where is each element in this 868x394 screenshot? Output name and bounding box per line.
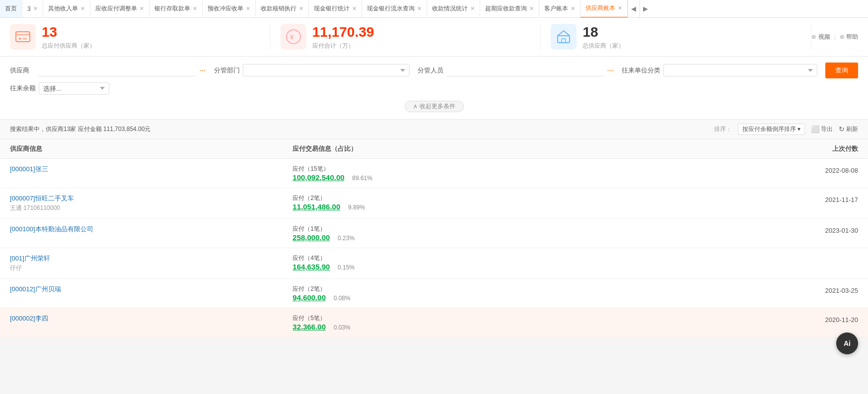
nav-tab-bank-deposit-close[interactable]: ✕ xyxy=(193,5,197,12)
filter-row-2: 往来余额 选择... xyxy=(10,82,858,95)
supplier-link[interactable]: [000007]恒旺二手叉车 xyxy=(10,195,74,202)
dept-label: 分管部门 xyxy=(214,66,240,75)
supplier-name: [000001]张三 xyxy=(10,165,292,174)
supplier-info-col: [001]广州荣轩 仔仔 xyxy=(10,254,292,272)
nav-tab-3-close[interactable]: ✕ xyxy=(33,5,38,12)
nav-tab-receipt-verify[interactable]: 收款核销执行 ✕ xyxy=(256,0,309,18)
supplier-label: 供应商 xyxy=(10,66,36,75)
person-more-icon[interactable]: ··· xyxy=(607,66,613,75)
nav-tab-receipt-stat-close[interactable]: ✕ xyxy=(470,5,475,12)
supplier-link[interactable]: [000001]张三 xyxy=(10,165,48,173)
nav-next-arrow[interactable]: ▶ xyxy=(640,0,651,18)
transaction-col: 应付（2笔） 94,600.00 0.08% xyxy=(292,285,632,302)
nav-tab-ap-adjust-close[interactable]: ✕ xyxy=(140,5,144,12)
refresh-label: 刷新 xyxy=(846,125,858,133)
last-pay-col: 2022-08-08 xyxy=(632,165,858,174)
svg-rect-5 xyxy=(558,36,570,43)
help-link[interactable]: ⊙ 帮助 xyxy=(840,33,858,41)
summary-section: 13 总应付供应商（家） ¥ 11,170.39 应付合计（万） 18 总供应商… xyxy=(0,18,868,57)
query-button[interactable]: 查询 xyxy=(825,63,858,78)
nav-tab-customer-acct-close[interactable]: ✕ xyxy=(571,5,575,12)
nav-tab-advance-chong[interactable]: 预收冲应收单 ✕ xyxy=(203,0,256,18)
refresh-button[interactable]: ↻ 刷新 xyxy=(839,125,858,133)
nav-tab-cash-bank-flow-close[interactable]: ✕ xyxy=(417,5,422,12)
summary-card-payable-suppliers: 13 总应付供应商（家） xyxy=(10,24,271,50)
table-row: [000100]本特勤油品有限公司 应付（1笔） 258,000.00 0.23… xyxy=(0,219,868,248)
nav-tab-overdue-query-label: 超期应收款查询 xyxy=(485,4,527,13)
person-input[interactable] xyxy=(446,65,604,76)
nav-tab-receipt-stat[interactable]: 收款情况统计 ✕ xyxy=(427,0,480,18)
supplier-info-col: [000002]李四 xyxy=(10,314,292,323)
nav-tab-supplier-acct-close[interactable]: ✕ xyxy=(618,5,622,11)
nav-tab-cash-bank-flow[interactable]: 现金银行流水查询 ✕ xyxy=(362,0,427,18)
supplier-input[interactable] xyxy=(39,65,196,76)
nav-tab-bank-deposit[interactable]: 银行存取款单 ✕ xyxy=(149,0,203,18)
nav-tab-cash-bank-stat-label: 现金银行统计 xyxy=(314,4,350,13)
svg-rect-0 xyxy=(16,32,30,42)
category-select[interactable] xyxy=(663,64,818,76)
results-summary-text: 搜索结果中，供应商13家 应付金额 111,703,854.00元 xyxy=(10,125,150,133)
nav-tab-ap-adjust[interactable]: 应收应付调整单 ✕ xyxy=(90,0,149,18)
dept-select[interactable] xyxy=(243,64,410,76)
supplier-link[interactable]: [000100]本特勤油品有限公司 xyxy=(10,225,93,233)
nav-tab-customer-acct[interactable]: 客户账本 ✕ xyxy=(539,0,580,18)
refresh-icon: ↻ xyxy=(839,125,845,133)
data-table: 供应商信息 应付交易信息（占比） 上次付数 [000001]张三 应付（15笔）… xyxy=(0,139,868,337)
transaction-label: 应付（1笔） xyxy=(292,225,632,233)
transaction-amount[interactable]: 164,635.90 xyxy=(292,263,330,271)
summary-amount-text: 11,170.39 应付合计（万） xyxy=(312,24,374,50)
nav-tab-overdue-query-close[interactable]: ✕ xyxy=(529,5,534,12)
nav-tab-other-income[interactable]: 其他收入单 ✕ xyxy=(43,0,90,18)
balance-select[interactable]: 选择... xyxy=(39,82,109,95)
video-link[interactable]: ⊙ 视频 xyxy=(811,33,830,41)
nav-tab-supplier-acct[interactable]: 供应商账本 ✕ xyxy=(580,0,628,18)
supplier-more-icon[interactable]: ··· xyxy=(199,66,206,75)
header-lastpay: 上次付数 xyxy=(632,144,858,153)
nav-tab-receipt-verify-close[interactable]: ✕ xyxy=(299,5,303,12)
video-label: 视频 xyxy=(818,33,830,40)
last-pay-col: 2021-03-25 xyxy=(632,285,858,294)
filter-supplier: 供应商 ··· xyxy=(10,65,206,76)
transaction-label: 应付（15笔） xyxy=(292,165,632,173)
help-label: 帮助 xyxy=(846,33,858,40)
transaction-amount[interactable]: 11,051,486.00 xyxy=(292,202,340,211)
filter-balance: 往来余额 选择... xyxy=(10,82,109,95)
transaction-amount[interactable]: 258,000.00 xyxy=(292,233,330,242)
sort-chevron-icon: ▾ xyxy=(797,126,800,132)
summary-amount-label: 应付合计（万） xyxy=(312,42,374,50)
nav-tab-cash-bank-stat[interactable]: 现金银行统计 ✕ xyxy=(309,0,362,18)
video-icon: ⊙ xyxy=(811,33,816,40)
supplier-info-col: [000100]本特勤油品有限公司 xyxy=(10,225,292,234)
supplier-link[interactable]: [000012]广州贝瑞 xyxy=(10,285,61,293)
transaction-amount[interactable]: 94,600.00 xyxy=(292,293,326,302)
transaction-pct: 0.03% xyxy=(334,324,351,331)
transaction-pct: 0.08% xyxy=(334,295,351,302)
nav-tab-other-income-close[interactable]: ✕ xyxy=(80,5,85,12)
export-button[interactable]: ⬜ 导出 xyxy=(811,125,833,133)
svg-text:¥: ¥ xyxy=(290,33,294,41)
nav-tab-3[interactable]: 3 ✕ xyxy=(22,0,43,18)
last-pay-col: 2020-11-20 xyxy=(632,314,858,324)
amount-icon: ¥ xyxy=(281,24,306,50)
supplier-info-col: [000001]张三 xyxy=(10,165,292,174)
summary-total-suppliers-label: 总供应商（家） xyxy=(582,42,624,50)
nav-tab-cash-bank-stat-close[interactable]: ✕ xyxy=(352,5,357,12)
sort-select-button[interactable]: 按应付余额倒序排序 ▾ xyxy=(738,124,805,135)
transaction-amount[interactable]: 100,092,540.00 xyxy=(292,173,344,182)
filter-section: 供应商 ··· 分管部门 分管人员 ··· 往来单位分类 查询 往来余额 选择 xyxy=(0,57,868,120)
nav-tab-home[interactable]: 首页 xyxy=(0,0,22,18)
summary-total-suppliers-text: 18 总供应商（家） xyxy=(582,24,624,50)
nav-tab-receipt-stat-label: 收款情况统计 xyxy=(432,4,468,13)
nav-tab-advance-chong-close[interactable]: ✕ xyxy=(246,5,250,12)
supplier-link[interactable]: [000002]李四 xyxy=(10,315,48,322)
filter-dept: 分管部门 xyxy=(214,64,410,76)
table-row: [000007]恒旺二手叉车 王通 17106110000 应付（2笔） 11,… xyxy=(0,188,868,219)
nav-prev-arrow[interactable]: ◀ xyxy=(628,0,640,18)
supplier-link[interactable]: [001]广州荣轩 xyxy=(10,255,50,262)
collapse-button[interactable]: ∧ 收起更多条件 xyxy=(405,101,464,112)
transaction-label: 应付（5笔） xyxy=(292,314,632,323)
nav-tab-other-income-label: 其他收入单 xyxy=(48,4,78,13)
nav-tab-overdue-query[interactable]: 超期应收款查询 ✕ xyxy=(480,0,539,18)
export-label: 导出 xyxy=(821,125,833,133)
transaction-amount[interactable]: 32,366.00 xyxy=(292,323,326,331)
